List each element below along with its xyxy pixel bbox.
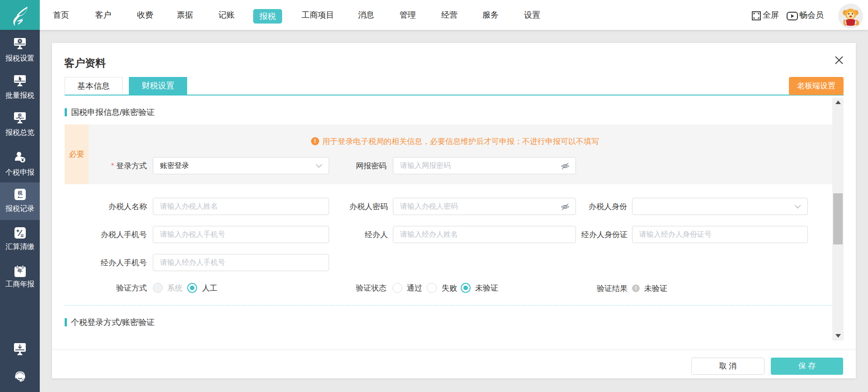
svg-text:年: 年 [17,268,23,273]
svg-text:税: 税 [18,113,22,117]
svg-text:税: 税 [17,190,23,196]
